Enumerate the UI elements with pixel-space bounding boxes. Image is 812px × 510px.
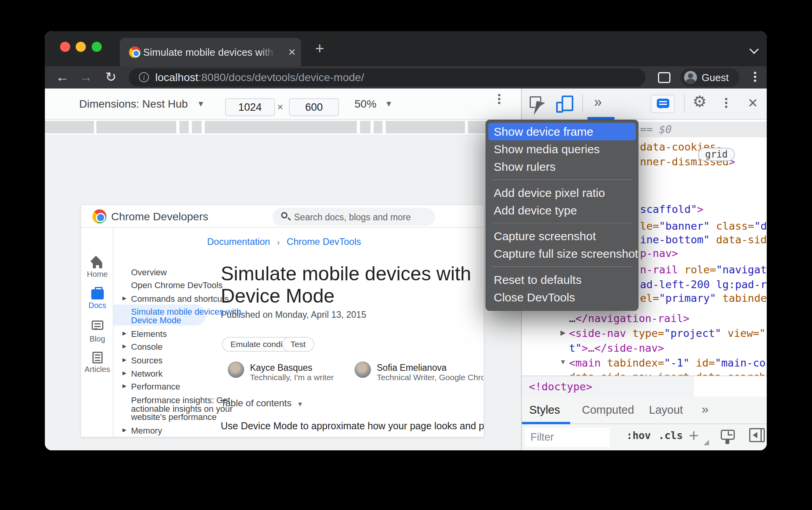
- menu-item-show-device-frame[interactable]: Show device frame: [488, 123, 636, 140]
- published-date: Published on Monday, April 13, 2015: [221, 310, 366, 320]
- tab-computed[interactable]: Computed: [582, 404, 634, 416]
- rail-item-home[interactable]: Home: [81, 258, 113, 279]
- dimensions-select[interactable]: Dimensions: Nest Hub: [79, 98, 188, 110]
- profile-button[interactable]: Guest: [680, 68, 739, 87]
- grid-badge[interactable]: grid: [698, 148, 735, 161]
- settings-gear-icon[interactable]: ⚙: [693, 92, 707, 110]
- breadcrumb-doctype-chip[interactable]: <!doctype>: [522, 376, 694, 397]
- sidenav-item-overview[interactable]: Overview: [131, 267, 167, 278]
- browser-tab[interactable]: Simulate mobile devices with D ×: [120, 38, 301, 66]
- feedback-icon: [657, 99, 669, 108]
- styles-filter-row: :hov .cls +: [522, 424, 767, 450]
- width-input[interactable]: 1024: [225, 98, 275, 116]
- expand-icon: ▶: [122, 330, 126, 336]
- styles-filter-input[interactable]: [525, 428, 610, 447]
- new-tab-button[interactable]: +: [315, 41, 324, 56]
- forward-button[interactable]: →: [79, 66, 92, 89]
- reload-button[interactable]: ↻: [105, 66, 117, 89]
- feedback-button[interactable]: [651, 95, 675, 113]
- chip-test[interactable]: Test: [282, 337, 314, 352]
- expand-icon: ▶: [122, 343, 126, 349]
- tab-close-icon[interactable]: ×: [288, 45, 296, 59]
- rail-item-docs[interactable]: Docs: [81, 289, 113, 310]
- tab-layout[interactable]: Layout: [649, 404, 683, 416]
- back-button[interactable]: ←: [56, 66, 69, 89]
- table-of-contents-toggle[interactable]: Table of contents▼: [221, 398, 303, 409]
- toggle-class[interactable]: .cls: [658, 430, 683, 441]
- more-tabs-icon[interactable]: »: [594, 94, 602, 110]
- menu-item-capture-full-size-screenshot[interactable]: Capture full size screenshot: [486, 245, 638, 262]
- rail-item-blog[interactable]: Blog: [81, 321, 113, 344]
- search-placeholder: Search docs, blogs and more: [294, 212, 411, 223]
- sidenav-item-device-mode-line2[interactable]: Device Mode: [131, 315, 181, 326]
- sidenav-item-sources[interactable]: ▶Sources: [131, 356, 163, 366]
- titlebar: Simulate mobile devices with D × +: [45, 31, 767, 66]
- maximize-window-button[interactable]: [92, 42, 102, 52]
- sidenav-item-network[interactable]: ▶Network: [131, 369, 163, 379]
- styles-pane-tabs: Styles Computed Layout »: [522, 397, 767, 424]
- author2-avatar: [355, 361, 371, 378]
- menu-item-add-device-pixel-ratio[interactable]: Add device pixel ratio: [486, 184, 638, 202]
- url-bar[interactable]: i localhost:8080/docs/devtools/device-mo…: [129, 68, 645, 87]
- collapse-icon[interactable]: ▼: [560, 358, 566, 366]
- site-logo-icon[interactable]: [92, 209, 106, 223]
- tabs-overflow-icon[interactable]: »: [702, 402, 709, 416]
- sidenav-item-performance[interactable]: ▶Performance: [131, 382, 180, 392]
- inspect-element-icon[interactable]: [530, 96, 545, 112]
- emulated-page: Chrome Developers Search docs, blogs and…: [81, 205, 484, 437]
- selected-node-flag: == $0: [640, 122, 672, 137]
- zoom-select[interactable]: 50%: [355, 98, 376, 110]
- device-toolbar-options-icon[interactable]: [498, 92, 500, 107]
- tab-styles[interactable]: Styles: [529, 404, 560, 416]
- menu-item-reset-to-defaults[interactable]: Reset to defaults: [486, 271, 638, 289]
- rendering-brush-icon[interactable]: [721, 430, 735, 440]
- search-icon: [281, 212, 287, 218]
- expand-icon: ▶: [122, 357, 126, 363]
- menu-item-close-devtools[interactable]: Close DevTools: [486, 289, 638, 306]
- rail-item-articles[interactable]: Articles: [81, 352, 113, 374]
- expand-icon[interactable]: ▶: [560, 329, 566, 337]
- media-query-bar[interactable]: [45, 120, 521, 135]
- site-brand[interactable]: Chrome Developers: [111, 211, 208, 223]
- chrome-favicon: [129, 46, 141, 58]
- author1-name[interactable]: Kayce Basques: [250, 363, 312, 373]
- sidenav-item-insights-line3[interactable]: website's performance: [131, 412, 216, 422]
- tab-search-chevron-icon[interactable]: [751, 45, 759, 54]
- sidenav-item-console[interactable]: ▶Console: [131, 342, 163, 352]
- browser-window: Simulate mobile devices with D × + ← → ↻…: [45, 31, 767, 450]
- menu-item-show-rulers[interactable]: Show rulers: [486, 158, 638, 175]
- devtools-menu-icon[interactable]: [725, 96, 727, 111]
- sidenav-item-commands[interactable]: ▶Commands and shortcuts: [131, 294, 229, 304]
- devtools-close-icon[interactable]: ×: [748, 94, 758, 112]
- site-search[interactable]: Search docs, blogs and more: [273, 208, 435, 226]
- toggle-hover-state[interactable]: :hov: [626, 430, 651, 441]
- menu-item-show-media-queries[interactable]: Show media queries: [486, 140, 638, 158]
- author2-name[interactable]: Sofia Emelianova: [377, 363, 447, 373]
- browser-menu-icon[interactable]: [754, 70, 756, 85]
- url-path: :8080/docs/devtools/device-mode/: [199, 71, 364, 83]
- elements-breadcrumb-bar: <!doctype>: [522, 375, 767, 397]
- times-separator: ×: [277, 101, 283, 113]
- articles-icon: [92, 352, 103, 363]
- close-window-button[interactable]: [60, 42, 70, 52]
- device-canvas: Chrome Developers Search docs, blogs and…: [45, 135, 521, 450]
- collapse-pane-icon[interactable]: [749, 428, 765, 442]
- breadcrumb-devtools[interactable]: Chrome DevTools: [287, 236, 361, 247]
- menu-separator: [491, 223, 633, 224]
- menu-item-add-device-type[interactable]: Add device type: [486, 202, 638, 219]
- page-title: Simulate mobile devices withDevice Mode: [221, 263, 471, 307]
- minimize-window-button[interactable]: [76, 42, 86, 52]
- sidenav-item-elements[interactable]: ▶Elements: [131, 329, 167, 339]
- sidenav-item-memory[interactable]: ▶Memory: [131, 426, 162, 436]
- toggle-device-toolbar-icon[interactable]: [556, 96, 573, 113]
- sidenav-item-open-devtools[interactable]: Open Chrome DevTools: [131, 280, 223, 290]
- menu-item-capture-screenshot[interactable]: Capture screenshot: [486, 227, 638, 245]
- lead-paragraph: Use Device Mode to approximate how your …: [221, 420, 484, 432]
- breadcrumb-documentation[interactable]: Documentation: [207, 236, 270, 247]
- side-panel-icon[interactable]: [658, 72, 670, 83]
- new-style-rule-button[interactable]: +: [689, 426, 699, 445]
- height-input[interactable]: 600: [289, 98, 339, 116]
- toc-caret-icon: ▼: [291, 401, 303, 407]
- device-options-context-menu: Show device frame Show media queries Sho…: [486, 120, 638, 311]
- site-info-icon[interactable]: i: [139, 72, 149, 82]
